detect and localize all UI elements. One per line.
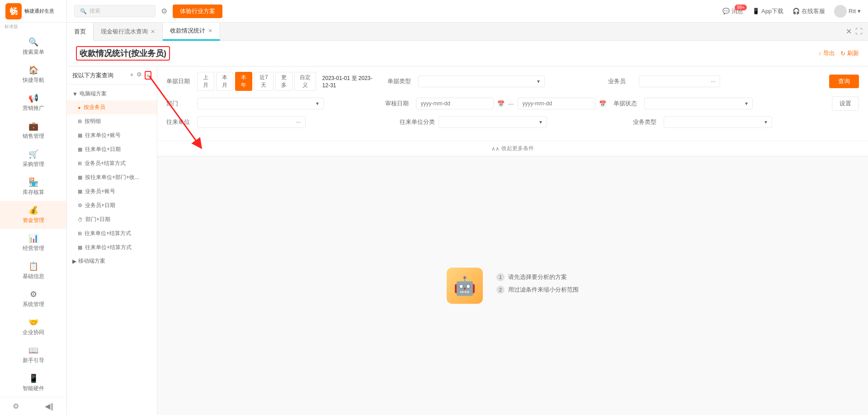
sidebar-item-finance[interactable]: 💰 资金管理 xyxy=(0,201,66,229)
counterparty-select[interactable]: ··· xyxy=(197,116,306,128)
plan-item-partner-dept[interactable]: ▦ 按往来单位+部门+收... xyxy=(67,170,157,184)
date-btn-custom[interactable]: 自定义 xyxy=(294,72,316,91)
date-btn-last-month[interactable]: 上月 xyxy=(197,72,214,91)
finance-icon: 💰 xyxy=(28,205,38,215)
tab-receipt-close[interactable]: ✕ xyxy=(208,28,212,34)
sales-icon: 💼 xyxy=(28,121,38,131)
voucher-status-dropdown-icon: ▾ xyxy=(745,100,748,107)
settings-button[interactable]: 设置 xyxy=(832,96,859,111)
sidebar-item-hardware[interactable]: 📱 智能硬件 xyxy=(0,369,66,397)
add-plan-icon[interactable]: + xyxy=(130,71,134,80)
sidebar-item-guide[interactable]: 📖 新手引导 xyxy=(0,341,66,369)
sidebar-item-basic[interactable]: 📋 基础信息 xyxy=(0,257,66,285)
plan-item-partner-settlement1[interactable]: ⊞ 往来单位+结算方式 xyxy=(67,226,157,241)
tabs-right: ✕ ⛶ xyxy=(846,27,868,36)
tab-cash-label: 现金银行流水查询 xyxy=(101,28,148,36)
expand-arrow: ▼ xyxy=(72,91,78,97)
sidebar-item-collab[interactable]: 🤝 企业协同 xyxy=(0,313,66,341)
plan-group-desktop-header[interactable]: ▼ 电脑端方案 xyxy=(67,87,157,100)
voucher-type-select[interactable]: ▾ xyxy=(418,75,545,87)
refresh-link[interactable]: ↻ 刷新 xyxy=(840,49,859,57)
sidebar-label-inventory: 库存核算 xyxy=(23,189,44,196)
sidebar-item-inventory[interactable]: 🏪 库存核算 xyxy=(0,173,66,201)
tab-expand-icon[interactable]: ⛶ xyxy=(855,28,863,36)
sidebar-item-sales[interactable]: 💼 销售管理 xyxy=(0,117,66,145)
date-btn-more[interactable]: 更多 xyxy=(275,72,292,91)
plan-item-salesperson-settlement[interactable]: ⊞ 业务员+结算方式 xyxy=(67,156,157,170)
search-icon: 🔍 xyxy=(80,8,87,14)
tab-cash-close[interactable]: ✕ xyxy=(151,28,155,35)
tab-cash[interactable]: 现金银行流水查询 ✕ xyxy=(94,23,163,41)
export-link[interactable]: ↑ 导出 xyxy=(819,49,835,57)
plan-item-icon-dept-date: ⏱ xyxy=(78,217,83,222)
counterparty-cat-dropdown-icon: ▾ xyxy=(539,119,542,125)
date-btn-7days[interactable]: 近7天 xyxy=(254,72,274,91)
plan-item-icon-partner-settlement2: ▦ xyxy=(78,245,82,250)
tab-receipt-label: 收款情况统计 xyxy=(170,27,205,35)
plan-item-salesperson-account[interactable]: ▦ 业务员+账号 xyxy=(67,184,157,198)
home-icon: 🏠 xyxy=(28,65,38,75)
left-panel-header-icons: + ⚙ « xyxy=(130,71,151,80)
messages-item[interactable]: 💬 消息 99+ xyxy=(722,7,743,15)
salesperson-select[interactable]: ··· xyxy=(639,75,720,87)
search-icon: 🔍 xyxy=(28,37,38,47)
calendar-icon-to[interactable]: 📅 xyxy=(599,100,606,107)
collapse-left-panel-icon[interactable]: « xyxy=(145,71,151,80)
header-gear-icon[interactable]: ⚙ xyxy=(161,7,167,15)
business-type-dropdown-icon: ▾ xyxy=(764,119,767,125)
filter-group-date: 单据日期 上月 本月 本年 近7天 更多 自定义 2023-01-01 至 20… xyxy=(166,72,380,91)
settings-footer-icon[interactable]: ⚙ xyxy=(13,402,19,410)
app-download-item[interactable]: 📱 App下载 xyxy=(752,7,783,15)
settings-plan-icon[interactable]: ⚙ xyxy=(137,71,142,80)
date-range-value: 2023-01-01 至 2023-12-31 xyxy=(322,75,380,89)
online-service-item[interactable]: 🎧 在线客服 xyxy=(793,7,825,15)
sidebar-label-finance: 资金管理 xyxy=(23,217,44,224)
query-button[interactable]: 查询 xyxy=(829,75,859,88)
review-date-to[interactable] xyxy=(518,98,595,109)
review-date-from[interactable] xyxy=(416,98,494,109)
sidebar-item-search[interactable]: 🔍 搜索菜单 xyxy=(0,33,66,61)
sidebar-item-marketing[interactable]: 📢 营销推广 xyxy=(0,89,66,117)
left-panel-title: 按以下方案查询 xyxy=(72,71,113,80)
app-download-label: App下载 xyxy=(761,7,783,15)
sidebar-item-operations[interactable]: 📊 经营管理 xyxy=(0,229,66,257)
sidebar-item-quicknav[interactable]: 🏠 快捷导航 xyxy=(0,61,66,89)
tab-close-all-icon[interactable]: ✕ xyxy=(846,27,852,36)
empty-illustration: 🤖 xyxy=(447,268,483,304)
sidebar-label-quicknav: 快捷导航 xyxy=(23,76,44,84)
filter-group-voucher-status: 单据状态 ▾ xyxy=(613,98,825,109)
date-btn-this-year[interactable]: 本年 xyxy=(235,72,252,91)
collapse-sidebar-icon[interactable]: ◀‖ xyxy=(45,402,54,410)
voucher-status-select[interactable]: ▾ xyxy=(644,98,753,109)
tab-receipt[interactable]: 收款情况统计 ✕ xyxy=(163,23,220,41)
user-item[interactable]: Rit ▾ xyxy=(834,5,861,18)
counterparty-cat-label: 往来单位分类 xyxy=(400,118,435,126)
calendar-icon-from[interactable]: 📅 xyxy=(497,100,505,107)
plan-item-partner-account[interactable]: ▦ 往来单位+账号 xyxy=(67,128,157,142)
plan-item-by-salesperson[interactable]: ● 按业务员 xyxy=(67,100,157,114)
collapse-more-btn[interactable]: ∧∧ 收起更多条件 xyxy=(157,141,868,156)
plan-group-desktop-label: 电脑端方案 xyxy=(80,90,107,98)
date-btn-this-month[interactable]: 本月 xyxy=(216,72,233,91)
trial-btn[interactable]: 体验行业方案 xyxy=(173,5,222,18)
refresh-label: 刷新 xyxy=(847,49,859,57)
filter-area: 单据日期 上月 本月 本年 近7天 更多 自定义 2023-01-01 至 20… xyxy=(157,66,868,415)
tab-home[interactable]: 首页 xyxy=(67,23,94,41)
dept-select[interactable]: ▾ xyxy=(197,98,324,109)
plan-item-icon-salesperson-account: ▦ xyxy=(78,189,82,194)
plan-item-label-salesperson: 按业务员 xyxy=(84,104,105,111)
plan-item-partner-date[interactable]: ▦ 往来单位+日期 xyxy=(67,142,157,156)
sidebar-item-purchase[interactable]: 🛒 采购管理 xyxy=(0,145,66,173)
business-type-select[interactable]: ▾ xyxy=(664,116,772,128)
plan-item-partner-settlement2[interactable]: ▦ 往来单位+结算方式 xyxy=(67,241,157,255)
plan-item-salesperson-date[interactable]: ⚙ 业务员+日期 xyxy=(67,198,157,212)
sidebar-item-system[interactable]: ⚙ 系统管理 xyxy=(0,285,66,313)
plan-item-dept-date[interactable]: ⏱ 部门+日期 xyxy=(67,212,157,226)
plan-item-icon-partner-settlement1: ⊞ xyxy=(78,231,82,236)
filter-group-salesperson: 业务员 ··· xyxy=(608,75,822,87)
empty-tip-1: 1 请先选择要分析的方案 xyxy=(496,273,579,281)
counterparty-cat-select[interactable]: ▾ xyxy=(439,116,547,128)
plan-item-by-detail[interactable]: ⊞ 按明细 xyxy=(67,114,157,128)
header-search-box[interactable]: 🔍 搜索 xyxy=(74,5,156,17)
plan-group-mobile-header[interactable]: ▶ 移动端方案 xyxy=(67,255,157,268)
